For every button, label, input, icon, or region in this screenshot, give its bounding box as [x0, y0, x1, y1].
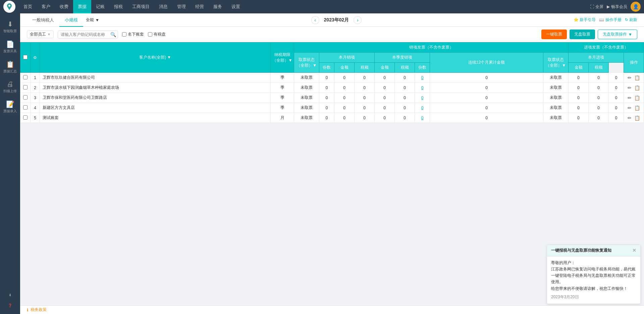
col-tax-period-header[interactable]: 纳税期限（全部）▼	[271, 43, 294, 73]
sidebar-download[interactable]: ⬇	[8, 290, 12, 300]
nav-home[interactable]: 首页	[19, 0, 37, 13]
table-row: 1 卫辉市玖玖健合医药有限公司 季 未取票 0 0 0 0 0 0 0 未取票 …	[20, 73, 644, 83]
row-fetch-status-sales: 未取票	[294, 83, 319, 93]
nav-tax[interactable]: 报税	[109, 0, 127, 13]
no-disk-op-button[interactable]: 无盘取票操作 ▼	[598, 29, 637, 39]
row-fetch-status-sales: 未取票	[294, 113, 319, 123]
row-sales-12month-amt[interactable]: 0	[415, 93, 430, 103]
notification-header: 一键报税与无盘取票功能恢复通知 ✕	[547, 245, 640, 256]
row-customer-name[interactable]: 卫辉市汲水镇下园润鑫烟草木种植家庭农场	[40, 83, 271, 93]
nav-bookkeeping[interactable]: 记账	[91, 0, 109, 13]
nav-operation[interactable]: 经营	[191, 0, 209, 13]
detail-icon[interactable]: 📋	[634, 85, 640, 90]
tab-general-taxpayer[interactable]: 一般纳税人	[27, 13, 59, 27]
my-account-filter[interactable]: 名下账套	[122, 32, 144, 37]
row-purchase-month-amount: 0	[589, 73, 609, 83]
row-customer-name[interactable]: 测试账套	[40, 113, 271, 123]
employee-filter[interactable]: 全部员工 ▼	[27, 30, 54, 38]
bottom-bar: ℹ 税务政策	[20, 305, 644, 314]
fullscreen-button[interactable]: ⛶ 全屏	[590, 4, 603, 10]
sidebar-item-scan-upload[interactable]: 🖨 扫描上传	[0, 77, 20, 97]
period-prev-button[interactable]: ‹	[311, 16, 319, 24]
help-icon: ❓	[8, 304, 12, 307]
sidebar-item-smart-fetch[interactable]: ⬇ 智能取票	[0, 17, 20, 37]
edit-icon[interactable]: ✏	[628, 75, 632, 80]
row-checkbox[interactable]	[20, 83, 31, 93]
row-customer-name[interactable]: 卫辉市保和堂医药有限公司卫辉路店	[40, 93, 271, 103]
period-nav: ‹ 2023年02月 ›	[99, 16, 574, 24]
row-checkbox[interactable]	[20, 73, 31, 83]
sidebar-item-invoice-summary[interactable]: 📋 票据汇总	[0, 57, 20, 77]
manual-button[interactable]: 📖 操作手册	[599, 17, 621, 23]
tab-all-dropdown-icon: ▼	[95, 18, 99, 22]
avatar[interactable]: 👤	[631, 2, 641, 12]
row-purchase-month-count: 0	[569, 113, 589, 123]
col-fetch-status-sales-header[interactable]: 取票状态（全部）▼	[294, 53, 319, 73]
has-tax-checkbox[interactable]	[148, 32, 152, 37]
tab-small-scale[interactable]: 小规模	[59, 13, 83, 27]
nav-invoice[interactable]: 票据	[73, 0, 91, 13]
edit-icon[interactable]: ✏	[628, 105, 632, 111]
edit-icon[interactable]: ✏	[628, 85, 632, 90]
guide-label: 新手引导	[580, 17, 596, 22]
nav-manage[interactable]: 管理	[172, 0, 191, 13]
row-checkbox[interactable]	[20, 93, 31, 103]
row-sales-12month-amt[interactable]: 0	[415, 83, 430, 93]
row-sales-12month-amt[interactable]: 0	[415, 103, 430, 113]
nav-message[interactable]: 消息	[154, 0, 172, 13]
search-input[interactable]	[58, 30, 118, 39]
nav-customer[interactable]: 客户	[37, 0, 55, 13]
has-tax-label: 有税盘	[154, 32, 166, 37]
edit-icon[interactable]: ✏	[628, 115, 632, 121]
row-customer-name[interactable]: 新建区方方文具店	[40, 103, 271, 113]
sidebar-bottom: ⬇ ❓	[8, 290, 12, 314]
has-tax-filter[interactable]: 有税盘	[148, 32, 166, 37]
nav-billing[interactable]: 收费	[55, 0, 73, 13]
one-key-fetch-button[interactable]: 一键取票	[541, 29, 567, 39]
row-checkbox[interactable]	[20, 113, 31, 123]
row-sales-12month-amt[interactable]: 0	[415, 73, 430, 83]
search-button[interactable]: 🔍	[110, 32, 116, 37]
my-account-checkbox[interactable]	[122, 32, 126, 37]
col-customer-name-header[interactable]: 客户名称(全部) ▼	[40, 43, 271, 73]
row-purchase-month-count: 0	[569, 83, 589, 93]
detail-icon[interactable]: 📋	[634, 105, 640, 111]
sidebar-item-invoice-entry[interactable]: 📝 票据录入	[0, 97, 20, 117]
row-customer-name[interactable]: 卫辉市玖玖健合医药有限公司	[40, 73, 271, 83]
tab-all[interactable]: 全能 ▼	[86, 17, 99, 23]
no-disk-fetch-button[interactable]: 无盘取票	[570, 29, 595, 39]
detail-icon[interactable]: 📋	[634, 115, 640, 121]
vip-button[interactable]: ▶ 畅享会员	[607, 4, 627, 10]
row-purchase-month-tax: 0	[609, 103, 624, 113]
nav-settings[interactable]: 设置	[227, 0, 245, 13]
table-row: 4 新建区方方文具店 季 未取票 0 0 0 0 0 0 0 未取票 0 0 0…	[20, 103, 644, 113]
sidebar-item-invoice-open[interactable]: 📄 发票开具	[0, 37, 20, 57]
row-actions: ✏ 📋	[624, 73, 644, 83]
edit-icon[interactable]: ✏	[628, 95, 632, 101]
tax-policy-link[interactable]: 税务政策	[31, 307, 47, 313]
row-purchase-month-amount: 0	[589, 93, 609, 103]
row-actions: ✏ 📋	[624, 83, 644, 93]
period-next-button[interactable]: ›	[354, 16, 362, 24]
col-fetch-status-purchase-header[interactable]: 取票状态（全部）▼	[543, 53, 569, 73]
sidebar-help[interactable]: ❓	[8, 300, 12, 311]
guide-icon: ⭐	[574, 17, 579, 22]
row-sales-12month-amt[interactable]: 0	[415, 113, 430, 123]
filter-bar-right: 一键取票 无盘取票 无盘取票操作 ▼	[541, 29, 637, 39]
fullscreen-label: 全屏	[595, 4, 603, 10]
detail-icon[interactable]: 📋	[634, 75, 640, 80]
refresh-button[interactable]: ↻ 刷新	[625, 17, 637, 23]
detail-icon[interactable]: 📋	[634, 95, 640, 101]
select-all-checkbox[interactable]	[23, 55, 28, 59]
row-purchase-month-count: 0	[569, 73, 589, 83]
row-checkbox[interactable]	[20, 103, 31, 113]
guide-button[interactable]: ⭐ 新手引导	[574, 17, 596, 23]
notification-close-button[interactable]: ✕	[632, 248, 636, 253]
row-sales-month-count: 0	[319, 93, 334, 103]
nav-service[interactable]: 服务	[209, 0, 227, 13]
row-tax-period: 季	[271, 93, 294, 103]
nav-business[interactable]: 工商项目	[127, 0, 154, 13]
col-purchase-month-amount: 金额	[569, 63, 589, 73]
col-sales-quarter-header: 本季度销项	[375, 53, 430, 63]
row-sales-quarter-tax: 0	[395, 93, 415, 103]
